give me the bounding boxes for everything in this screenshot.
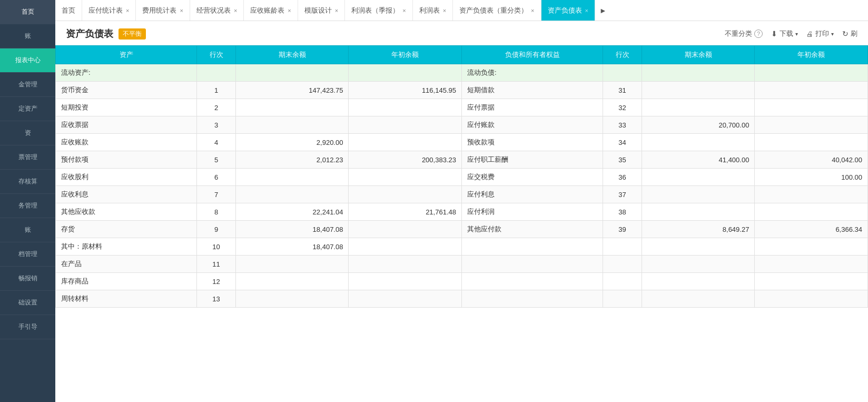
sidebar-item-account[interactable]: 账 xyxy=(0,24,55,48)
left-name-cell[interactable]: 在产品 xyxy=(56,256,197,273)
tab-balance[interactable]: 资产负债表 × xyxy=(541,0,595,21)
download-button[interactable]: ⬇ 下载 ▾ xyxy=(771,29,798,38)
right-end-cell: 8,649.27 xyxy=(642,221,755,238)
left-name-cell[interactable]: 应收股利 xyxy=(56,169,197,186)
left-name-cell[interactable]: 货币资金 xyxy=(56,82,197,99)
sidebar-item-home[interactable]: 首页 xyxy=(0,0,55,24)
download-icon: ⬇ xyxy=(771,30,777,38)
tab-payable-stat[interactable]: 应付统计表 × xyxy=(82,0,136,21)
right-name-cell[interactable]: 应付账款 xyxy=(461,116,603,134)
left-row-cell: 5 xyxy=(197,151,236,169)
refresh-button[interactable]: ↻ 刷 xyxy=(842,29,857,38)
left-row-cell: 1 xyxy=(197,82,236,99)
section-left-row xyxy=(197,64,236,82)
tab-template-design[interactable]: 模版设计 × xyxy=(298,0,345,21)
left-end-cell xyxy=(235,273,349,290)
tab-balance-close[interactable]: × xyxy=(585,7,588,14)
tab-balance-reclassify[interactable]: 资产负债表（重分类） × xyxy=(453,0,541,21)
right-name-cell[interactable]: 应付利息 xyxy=(461,186,603,203)
tab-expense-stat-label: 费用统计表 xyxy=(142,6,176,15)
right-name-cell[interactable]: 预收款项 xyxy=(461,134,603,151)
tab-balance-reclassify-close[interactable]: × xyxy=(531,7,534,14)
sidebar-item-ticket[interactable]: 票管理 xyxy=(0,145,55,170)
right-name-cell[interactable] xyxy=(461,256,603,273)
left-end-cell: 147,423.75 xyxy=(235,82,349,99)
left-begin-cell: 200,383.23 xyxy=(349,151,462,169)
right-name-cell[interactable]: 应交税费 xyxy=(461,169,603,186)
table-row: 在产品 11 xyxy=(56,256,868,273)
left-name-cell[interactable]: 预付款项 xyxy=(56,151,197,169)
left-name-cell[interactable]: 短期投资 xyxy=(56,99,197,116)
tab-payable-stat-close[interactable]: × xyxy=(126,7,129,14)
right-name-cell[interactable]: 应付利润 xyxy=(461,203,603,221)
tab-profit[interactable]: 利润表 × xyxy=(413,0,453,21)
right-name-cell[interactable]: 短期借款 xyxy=(461,82,603,99)
left-name-cell[interactable]: 应收利息 xyxy=(56,186,197,203)
tab-expense-stat[interactable]: 费用统计表 × xyxy=(136,0,190,21)
tab-scroll-right[interactable]: ► xyxy=(595,0,611,21)
sidebar-item-guide[interactable]: 手引导 xyxy=(0,315,55,339)
tab-home[interactable]: 首页 xyxy=(55,0,82,21)
table-row: 其他应收款 8 22,241.04 21,761.48 应付利润 38 xyxy=(56,203,868,221)
no-reclassify-button[interactable]: 不重分类 ? xyxy=(725,29,763,38)
left-begin-cell xyxy=(349,221,462,238)
left-name-cell[interactable]: 周转材料 xyxy=(56,290,197,308)
right-begin-cell xyxy=(755,203,868,221)
tab-template-design-label: 模版设计 xyxy=(304,6,332,15)
left-name-cell[interactable]: 库存商品 xyxy=(56,273,197,290)
tab-template-design-close[interactable]: × xyxy=(335,7,338,14)
help-icon[interactable]: ? xyxy=(754,30,763,38)
tab-profit-close[interactable]: × xyxy=(443,7,446,14)
left-row-cell: 12 xyxy=(197,273,236,290)
left-name-cell[interactable]: 其中：原材料 xyxy=(56,238,197,256)
sidebar-item-fixed-assets[interactable]: 定资产 xyxy=(0,97,55,121)
tab-receivable-age-close[interactable]: × xyxy=(288,7,291,14)
tab-business-status[interactable]: 经营状况表 × xyxy=(190,0,244,21)
table-row: 应收票据 3 应付账款 33 20,700.00 xyxy=(56,116,868,134)
tab-profit-quarterly[interactable]: 利润表（季报） × xyxy=(345,0,412,21)
right-begin-cell xyxy=(755,273,868,290)
left-begin-cell xyxy=(349,134,462,151)
right-name-cell[interactable] xyxy=(461,273,603,290)
right-name-cell[interactable] xyxy=(461,290,603,308)
sidebar-item-archive[interactable]: 档管理 xyxy=(0,242,55,267)
right-name-cell[interactable] xyxy=(461,238,603,256)
left-name-cell[interactable]: 存货 xyxy=(56,221,197,238)
tab-profit-label: 利润表 xyxy=(419,6,440,15)
main-area: 首页 应付统计表 × 费用统计表 × 经营状况表 × 应收账龄表 × 模版设计 … xyxy=(55,0,868,402)
tab-receivable-age[interactable]: 应收账龄表 × xyxy=(244,0,298,21)
tab-business-status-close[interactable]: × xyxy=(234,7,237,14)
sidebar-item-tax[interactable]: 务管理 xyxy=(0,194,55,218)
right-name-cell[interactable]: 应付职工薪酬 xyxy=(461,151,603,169)
tab-expense-stat-close[interactable]: × xyxy=(180,7,183,14)
left-name-cell[interactable]: 应收账款 xyxy=(56,134,197,151)
sidebar-item-investment[interactable]: 资 xyxy=(0,121,55,145)
right-row-cell: 39 xyxy=(603,221,642,238)
sidebar-item-ledger[interactable]: 账 xyxy=(0,218,55,242)
left-end-cell xyxy=(235,99,349,116)
sidebar-item-inventory[interactable]: 存核算 xyxy=(0,170,55,194)
right-name-cell[interactable]: 其他应付款 xyxy=(461,221,603,238)
right-begin-cell: 100.00 xyxy=(755,169,868,186)
page-title: 资产负债表 xyxy=(66,27,113,40)
tab-profit-quarterly-close[interactable]: × xyxy=(402,7,406,14)
right-end-cell xyxy=(642,82,755,99)
left-row-cell: 9 xyxy=(197,221,236,238)
content-area: 资产负债表 不平衡 不重分类 ? ⬇ 下载 ▾ 🖨 打印 ▾ xyxy=(55,21,868,402)
left-name-cell[interactable]: 应收票据 xyxy=(56,116,197,134)
sidebar-item-cash[interactable]: 金管理 xyxy=(0,73,55,97)
sidebar-item-report[interactable]: 报表中心 xyxy=(0,48,55,73)
right-name-cell[interactable]: 应付票据 xyxy=(461,99,603,116)
right-row-cell: 36 xyxy=(603,169,642,186)
left-end-cell xyxy=(235,186,349,203)
sidebar-item-settings[interactable]: 础设置 xyxy=(0,291,55,315)
col-header-asset: 资产 xyxy=(56,46,197,64)
left-row-cell: 7 xyxy=(197,186,236,203)
table-row: 短期投资 2 应付票据 32 xyxy=(56,99,868,116)
table-row: 应收账款 4 2,920.00 预收款项 34 xyxy=(56,134,868,151)
sidebar-item-expense[interactable]: 畅报销 xyxy=(0,267,55,291)
left-name-cell[interactable]: 其他应收款 xyxy=(56,203,197,221)
download-chevron-icon: ▾ xyxy=(795,31,798,37)
print-button[interactable]: 🖨 打印 ▾ xyxy=(806,29,834,38)
section-right-label: 流动负债: xyxy=(461,64,603,82)
